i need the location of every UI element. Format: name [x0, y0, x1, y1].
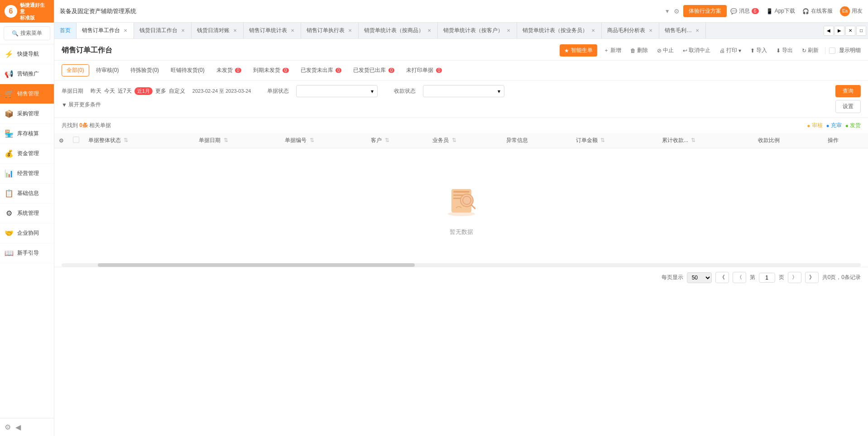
horizontal-scrollbar[interactable] — [62, 263, 861, 267]
import-button[interactable]: ⬆ 导入 — [748, 45, 770, 56]
subtab-unprinted[interactable]: 未打印单据 0 — [401, 64, 447, 76]
page-prev-button[interactable]: 〈 — [733, 272, 746, 283]
tab-staff-stats-close[interactable]: ✕ — [590, 27, 596, 34]
tab-sales-margin[interactable]: 销售毛利… ✕ — [659, 23, 706, 39]
tab-customer-stats[interactable]: 销货单统计表（按客户） ✕ — [438, 23, 517, 39]
subtab-unshipped[interactable]: 未发货 0 — [211, 64, 246, 76]
batch-review-button[interactable]: ● 审核 — [807, 122, 822, 129]
tab-sales-order[interactable]: 销售订单工作台 ✕ — [77, 23, 134, 39]
tab-sales-stats[interactable]: 销售订单统计表 ✕ — [244, 23, 301, 39]
date-opt-7days[interactable]: 近7天 — [118, 87, 132, 95]
date-opt-today[interactable]: 今天 — [104, 87, 115, 95]
th-status[interactable]: 单据整体状态 ⇅ — [84, 133, 194, 148]
sidebar-item-finance[interactable]: 💰 资金管理 — [0, 144, 54, 164]
tab-customer-stats-close[interactable]: ✕ — [506, 27, 511, 34]
batch-ship-button[interactable]: ● 发货 — [845, 122, 861, 129]
setting-button[interactable]: 设置 — [835, 100, 861, 113]
sidebar-item-sales[interactable]: 🛒 销售管理 — [0, 84, 54, 104]
message-item[interactable]: 💬 消息 6 — [730, 7, 759, 15]
tab-money-clear-close[interactable]: ✕ — [180, 27, 186, 34]
subtab-shipped-not-out[interactable]: 已发货未出库 0 — [296, 64, 347, 76]
sidebar-item-enterprise[interactable]: 🤝 企业协同 — [0, 223, 54, 243]
tab-home[interactable]: 首页 — [54, 23, 77, 39]
expand-conditions-button[interactable]: ▼ 展开更多条件 — [62, 101, 101, 109]
tab-reconciliation[interactable]: 钱货日清对账 ✕ — [192, 23, 244, 39]
sidebar-item-system[interactable]: ⚙ 系统管理 — [0, 204, 54, 223]
tab-goods-stats-close[interactable]: ✕ — [427, 27, 432, 34]
th-staff[interactable]: 业务员 ⇅ — [428, 133, 502, 148]
print-button[interactable]: 🖨 打印 ▾ — [717, 45, 744, 56]
tab-close-all[interactable]: ✕ — [845, 26, 855, 36]
tab-maximize[interactable]: □ — [856, 26, 866, 36]
export-button[interactable]: ⬇ 导出 — [773, 45, 796, 56]
th-number[interactable]: 单据编号 ⇅ — [280, 133, 366, 148]
date-opt-custom[interactable]: 自定义 — [169, 87, 185, 95]
page-last-button[interactable]: 》 — [805, 272, 819, 283]
th-checkbox[interactable] — [68, 133, 84, 148]
app-download-item[interactable]: 📱 App下载 — [766, 7, 795, 15]
stop-button[interactable]: ⊘ 中止 — [654, 45, 676, 56]
batch-cancel-button[interactable]: ● 充审 — [826, 122, 842, 129]
subtab-shipped-out[interactable]: 已发货已出库 0 — [348, 64, 399, 76]
payment-select[interactable]: ▾ — [423, 85, 504, 97]
smart-order-button[interactable]: ★ 智能生单 — [560, 44, 597, 57]
refresh-button[interactable]: ↻ 刷新 — [799, 45, 821, 56]
th-date[interactable]: 单据日期 ⇅ — [194, 133, 280, 148]
page-first-button[interactable]: 《 — [715, 272, 729, 283]
sidebar-item-inventory[interactable]: 🏪 库存核算 — [0, 124, 54, 144]
sort-staff-icon: ⇅ — [452, 137, 456, 143]
industry-solution-button[interactable]: 体验行业方案 — [683, 5, 727, 17]
sidebar-item-quick-nav[interactable]: ⚡ 快捷导航 — [0, 44, 54, 64]
tab-sales-stats-close[interactable]: ✕ — [290, 27, 295, 34]
sidebar-collapse-icon[interactable]: ◀ — [15, 423, 21, 431]
settings-gear-icon[interactable]: ⚙ — [674, 8, 680, 15]
subtab-pending-review[interactable]: 待审核(0) — [91, 64, 124, 76]
select-all-checkbox[interactable] — [73, 137, 79, 143]
show-detail-checkbox[interactable] — [829, 47, 835, 54]
sidebar-item-marketing[interactable]: 📢 营销推广 — [0, 64, 54, 84]
tab-arrow-next[interactable]: ▶ — [834, 26, 844, 36]
scrollbar-thumb[interactable] — [98, 263, 415, 267]
tab-money-clear[interactable]: 钱货日清工作台 ✕ — [134, 23, 192, 39]
basic-info-icon: 📋 — [5, 189, 14, 198]
tab-sales-exec[interactable]: 销售订单执行表 ✕ — [301, 23, 359, 39]
tab-sales-exec-close[interactable]: ✕ — [347, 27, 353, 34]
date-opt-more[interactable]: 更多 — [155, 87, 166, 95]
per-page-select[interactable]: 50 100 200 — [687, 272, 712, 283]
tab-margin-analysis[interactable]: 商品毛利分析表 ✕ — [602, 23, 659, 39]
th-amount[interactable]: 订单金额 ⇅ — [571, 133, 657, 148]
page-next-button[interactable]: 〉 — [788, 272, 801, 283]
sidebar-settings-icon[interactable]: ⚙ — [5, 423, 11, 431]
sidebar-item-management[interactable]: 📊 经营管理 — [0, 164, 54, 184]
tab-staff-stats[interactable]: 销货单统计表（按业务员） ✕ — [517, 23, 602, 39]
th-customer[interactable]: 客户 ⇅ — [366, 133, 428, 148]
tab-sales-margin-close[interactable]: ✕ — [695, 27, 700, 34]
subtab-expired-ship[interactable]: 到期未发货 0 — [248, 64, 294, 76]
add-button[interactable]: ＋ 新增 — [601, 45, 624, 56]
subtab-pending-inspect[interactable]: 待拣验货(0) — [125, 64, 164, 76]
status-select[interactable]: ▾ — [296, 85, 378, 97]
sidebar-item-purchase[interactable]: 📦 采购管理 — [0, 104, 54, 124]
subtab-wangpu-ship[interactable]: 旺铺待发货(0) — [166, 64, 210, 76]
th-settings[interactable]: ⚙ — [54, 133, 68, 148]
cancel-stop-button[interactable]: ↩ 取消中止 — [680, 45, 713, 56]
search-menu-button[interactable]: 🔍 搜索菜单 — [4, 26, 50, 40]
sidebar-item-guide[interactable]: 📖 新手引导 — [0, 243, 54, 263]
tab-margin-close[interactable]: ✕ — [648, 27, 653, 34]
delete-button[interactable]: 🗑 删除 — [628, 45, 651, 56]
sidebar-item-basic-info[interactable]: 📋 基础信息 — [0, 184, 54, 204]
tab-sales-order-close[interactable]: ✕ — [123, 27, 128, 34]
th-cumulative[interactable]: 累计收款... ⇅ — [657, 133, 754, 148]
logo-icon: 6 — [5, 5, 17, 18]
online-service-item[interactable]: 🎧 在线客服 — [802, 7, 833, 15]
user-item[interactable]: Ea 用友 — [840, 6, 863, 16]
page-number-input[interactable] — [759, 273, 775, 283]
date-opt-yesterday[interactable]: 昨天 — [91, 87, 101, 95]
dropdown-arrow-icon[interactable]: ▼ — [665, 8, 670, 14]
subtab-all[interactable]: 全部(0) — [62, 64, 89, 76]
tab-reconciliation-close[interactable]: ✕ — [232, 27, 238, 34]
date-opt-1month[interactable]: 近1月 — [134, 87, 153, 95]
tab-goods-stats[interactable]: 销货单统计表（按商品） ✕ — [359, 23, 438, 39]
query-button[interactable]: 查询 — [835, 85, 861, 97]
tab-arrow-prev[interactable]: ◀ — [824, 26, 834, 36]
